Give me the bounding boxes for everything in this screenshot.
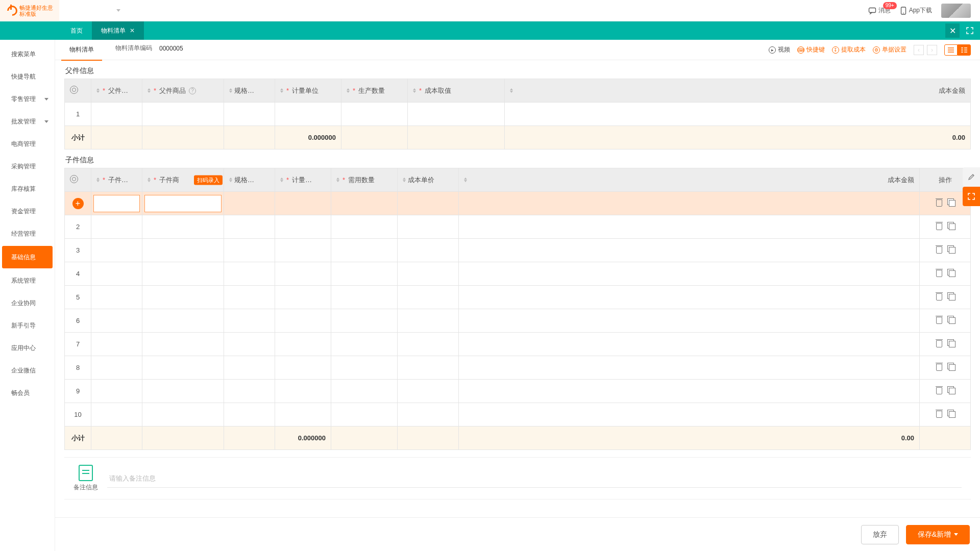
copy-row-button[interactable] [947, 222, 955, 230]
sidebar-item-label: 电商管理 [11, 140, 36, 148]
pager: ‹ › [914, 45, 937, 55]
shortcut-link[interactable]: ⌨快捷键 [797, 45, 825, 54]
col-parent-spec[interactable]: 规格… [224, 79, 275, 103]
sidebar-item[interactable]: 采购管理 [0, 155, 55, 178]
cell-input[interactable] [93, 195, 140, 212]
discard-button[interactable]: 放弃 [861, 525, 899, 544]
help-icon[interactable]: ? [189, 87, 196, 94]
copy-row-button[interactable] [947, 198, 955, 207]
rail-expand-button[interactable] [963, 187, 980, 206]
pager-prev-button[interactable]: ‹ [914, 45, 924, 55]
scan-input-chip[interactable]: 扫码录入 [194, 175, 223, 185]
rail-edit-button[interactable] [963, 167, 980, 187]
download-icon [900, 7, 907, 15]
col-child-costamount[interactable]: 成本金额 [459, 168, 920, 192]
copy-row-button[interactable] [947, 316, 955, 324]
view-list-button[interactable] [944, 44, 958, 56]
col-parent-costamount[interactable]: 成本金额 [505, 79, 971, 103]
delete-row-button[interactable] [935, 198, 943, 207]
sidebar-item[interactable]: 新手引导 [0, 314, 55, 337]
tab-material-list[interactable]: 物料清单 ✕ [92, 21, 144, 40]
cell-input[interactable] [144, 195, 222, 212]
table-row[interactable]: 6 [65, 309, 971, 333]
copy-row-button[interactable] [947, 386, 955, 394]
delete-row-button[interactable] [935, 316, 943, 324]
table-row[interactable]: 8 [65, 356, 971, 380]
sidebar-item[interactable]: 搜索菜单 [0, 43, 55, 65]
parent-config-button[interactable] [65, 79, 91, 103]
copy-row-button[interactable] [947, 339, 955, 347]
col-parent-prodqty[interactable]: *生产数量 [341, 79, 408, 103]
delete-row-button[interactable] [935, 363, 943, 371]
copy-row-button[interactable] [947, 363, 955, 371]
sidebar-item[interactable]: 经营管理 [0, 222, 55, 245]
col-parent-costfrom[interactable]: *成本取值 [408, 79, 505, 103]
sidebar-item[interactable]: 资金管理 [0, 200, 55, 222]
table-row[interactable]: 2 [65, 215, 971, 239]
copy-row-button[interactable] [947, 245, 955, 254]
sidebar-item[interactable]: 批发管理 [0, 110, 55, 133]
save-and-new-button[interactable]: 保存&新增 [906, 525, 970, 544]
col-parent-uom[interactable]: *计量单位 [275, 79, 341, 103]
sidebar-item-label: 搜索菜单 [11, 50, 36, 59]
view-form-button[interactable] [958, 44, 971, 56]
note-icon [79, 465, 93, 481]
tabbar-fullscreen-button[interactable] [963, 23, 977, 38]
tabbar-close-all-button[interactable]: ✕ [945, 23, 960, 38]
remark-input[interactable] [107, 469, 962, 488]
table-row[interactable]: 4 [65, 262, 971, 286]
copy-row-button[interactable] [947, 410, 955, 418]
sidebar-item[interactable]: 企业微信 [0, 359, 55, 382]
delete-row-button[interactable] [935, 292, 943, 300]
delete-row-button[interactable] [935, 386, 943, 394]
table-row[interactable]: 5 [65, 286, 971, 309]
child-config-button[interactable] [65, 168, 91, 192]
add-row-button[interactable]: + [72, 198, 84, 209]
table-row[interactable]: 7 [65, 333, 971, 356]
col-parent-name[interactable]: *父件商品? [142, 79, 224, 103]
delete-row-button[interactable] [935, 269, 943, 277]
org-selector[interactable] [69, 7, 126, 14]
copy-row-button[interactable] [947, 292, 955, 300]
table-row[interactable]: 9 [65, 380, 971, 403]
table-row[interactable]: 1 [65, 103, 971, 126]
delete-row-button[interactable] [935, 222, 943, 230]
subtab-material-list[interactable]: 物料清单 [61, 40, 102, 60]
pager-next-button[interactable]: › [927, 45, 937, 55]
sidebar-item[interactable]: 零售管理 [0, 88, 55, 110]
delete-row-button[interactable] [935, 410, 943, 418]
col-child-uom[interactable]: *计量… [275, 168, 331, 192]
col-child-needqty[interactable]: *需用数量 [331, 168, 398, 192]
extract-cost-link[interactable]: ↧提取成本 [832, 45, 866, 54]
col-child-unitcost[interactable]: 成本单价 [398, 168, 459, 192]
sidebar-item[interactable]: 库存核算 [0, 178, 55, 200]
delete-row-button[interactable] [935, 245, 943, 254]
col-parent-code[interactable]: *父件… [91, 79, 142, 103]
sidebar-item[interactable]: 系统管理 [0, 269, 55, 292]
table-row[interactable]: 10 [65, 403, 971, 427]
app-download-button[interactable]: App下载 [900, 6, 932, 15]
gear-icon [70, 86, 78, 94]
copy-row-button[interactable] [947, 269, 955, 277]
sidebar-item-label: 基础信息 [11, 253, 36, 262]
delete-row-button[interactable] [935, 339, 943, 347]
table-row[interactable]: + [65, 192, 971, 215]
video-link[interactable]: ▸视频 [769, 45, 790, 54]
sidebar-item[interactable]: 应用中心 [0, 337, 55, 359]
chevron-down-icon [44, 120, 48, 123]
messages-button[interactable]: 消息 99+ [868, 6, 891, 15]
close-icon[interactable]: ✕ [130, 27, 135, 34]
tab-home[interactable]: 首页 [61, 21, 92, 40]
col-child-code[interactable]: *子件… [91, 168, 142, 192]
sidebar-item[interactable]: 基础信息 [2, 246, 53, 268]
user-avatar[interactable] [941, 4, 971, 18]
sidebar-item[interactable]: 企业协同 [0, 292, 55, 314]
col-child-spec[interactable]: 规格… [224, 168, 275, 192]
doc-setting-link[interactable]: ⚙单据设置 [873, 45, 906, 54]
sidebar-item[interactable]: 快捷导航 [0, 65, 55, 88]
sidebar-item-label: 企业微信 [11, 366, 36, 375]
sidebar-item[interactable]: 电商管理 [0, 133, 55, 155]
table-row[interactable]: 3 [65, 239, 971, 262]
sidebar-item[interactable]: 畅会员 [0, 382, 55, 404]
col-child-name[interactable]: *子件商扫码录入 [142, 168, 224, 192]
